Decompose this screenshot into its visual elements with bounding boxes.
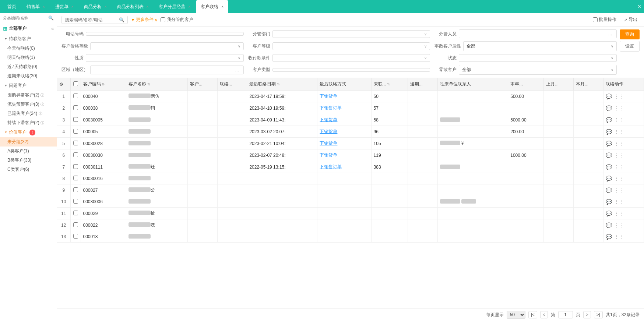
chat-icon[interactable]: 💬 [606,94,612,99]
sidebar-item-today[interactable]: 今天待联络(0) [0,44,57,53]
more-icon[interactable]: ⋮⋮ [614,199,624,205]
sidebar-item-c-class[interactable]: C类客户(6) [0,165,57,174]
sidebar-item-churned[interactable]: 已流失客户(24) ⓘ [0,109,57,118]
more-icon[interactable]: ⋮⋮ [614,222,624,228]
close-window-btn[interactable]: × [638,3,641,10]
all-customers-section[interactable]: ⊞ 全部客户 « [0,23,57,34]
row-checkbox[interactable] [73,94,78,98]
search-icon[interactable]: 🔍 [119,17,124,22]
more-icon[interactable]: ⋮⋮ [614,117,624,123]
row-checkbox[interactable] [73,105,78,110]
cell-checkbox[interactable] [70,173,81,184]
tab-customer-contact-close[interactable]: × [221,5,224,9]
sidebar-item-overdue[interactable]: 逾期未联络(30) [0,71,57,81]
th-company-contact[interactable]: 往来单位联系人 [437,78,508,91]
chat-icon[interactable]: 💬 [606,187,612,193]
sidebar-item-tomorrow[interactable]: 明天待联络(1) [0,53,57,62]
row-checkbox[interactable] [73,222,78,227]
contact-method-link[interactable]: 下销货单 [320,94,337,99]
nature-input[interactable]: ∨ [86,54,244,62]
more-filters-btn[interactable]: ▼ 更多条件 ∧ [131,17,158,23]
chat-icon[interactable]: 💬 [606,152,612,158]
tab-purchase[interactable]: 进货单 × [51,0,78,13]
tab-product-analysis-list[interactable]: 商品分析列表 × [113,0,153,13]
th-type[interactable]: 客户... [187,78,217,91]
more-icon[interactable]: ⋮⋮ [614,211,624,216]
contact-method-link[interactable]: 下销售订单 [320,105,342,110]
chat-icon[interactable]: 💬 [606,234,612,240]
more-icon[interactable]: ⋮⋮ [614,234,624,240]
contact-method-link[interactable]: 下销货单 [320,129,337,134]
row-checkbox[interactable] [73,117,78,122]
more-icon[interactable]: ⋮⋮ [614,105,624,111]
row-checkbox[interactable] [73,234,78,239]
tab-sales[interactable]: 销售单 × [22,0,49,13]
sidebar-search-input[interactable] [3,16,47,20]
cell-checkbox[interactable] [70,91,81,102]
cell-checkbox[interactable] [70,126,81,138]
sidebar-group-problem[interactable]: ▼ 问题客户 [0,81,57,91]
contact-method-link[interactable]: 下销货单 [320,141,337,146]
sidebar-item-b-class[interactable]: B类客户(33) [0,156,57,165]
th-contact[interactable]: 联络... [217,78,247,91]
more-icon[interactable]: ⋮⋮ [614,152,624,158]
th-checkbox[interactable] [70,78,81,91]
page-size-select[interactable]: 50 100 200 [507,311,525,319]
more-icon[interactable]: ⋮⋮ [614,164,624,170]
contact-method-link[interactable]: 下销货单 [320,152,337,158]
last-page-btn[interactable]: >| [594,311,603,318]
sidebar-item-7days[interactable]: 近7天待联络(0) [0,62,57,71]
reset-button[interactable]: 设置 [620,41,640,52]
tab-product-analysis[interactable]: 商品分析 × [80,0,111,13]
row-checkbox[interactable] [73,164,78,169]
manager-input[interactable]: ... [459,29,617,38]
my-customers-check[interactable] [161,17,165,22]
status-input[interactable]: ∨ [459,54,617,62]
chat-icon[interactable]: 💬 [606,199,612,205]
more-icon[interactable]: ⋮⋮ [614,94,624,99]
sidebar-item-churn-warning[interactable]: 流失预警客户(3) ⓘ [0,100,57,109]
row-checkbox[interactable] [73,199,78,204]
settings-icon[interactable]: ⚙ [59,82,63,87]
search-box[interactable]: 🔍 [61,16,128,24]
retail-customer-input[interactable]: 全部 ∨ [459,65,617,75]
sidebar-item-hoarding[interactable]: 囤购异常客户(2) ⓘ [0,91,57,100]
more-icon[interactable]: ⋮⋮ [614,187,624,193]
sidebar-group-pending[interactable]: ▼ 待联络客户 [0,34,57,44]
th-last-contact-method[interactable]: 最后联络方式 [317,78,371,91]
th-overdue[interactable]: 逾期... [408,78,437,91]
row-checkbox[interactable] [73,152,78,157]
th-settings[interactable]: ⚙ [57,78,70,91]
sidebar-collapse-btn[interactable]: « [51,26,54,31]
contact-method-link[interactable]: 下销货单 [320,117,337,122]
more-icon[interactable]: ⋮⋮ [614,141,624,147]
sidebar-item-ungroup[interactable]: 未分组(32) [0,137,57,147]
cell-checkbox[interactable] [70,161,81,173]
tab-sales-close[interactable]: × [43,5,45,9]
chat-icon[interactable]: 💬 [606,176,612,181]
row-checkbox[interactable] [73,176,78,180]
row-checkbox[interactable] [73,129,78,134]
chat-icon[interactable]: 💬 [606,117,612,123]
my-customers-checkbox[interactable]: 我分管的客户 [161,17,193,23]
chat-icon[interactable]: 💬 [606,222,612,228]
tab-home[interactable]: 首页 [3,0,21,13]
more-icon[interactable]: ⋮⋮ [614,129,624,135]
prev-page-btn[interactable]: < [540,311,548,318]
cell-checkbox[interactable] [70,114,81,126]
tab-customer-contact[interactable]: 客户联络 × [196,0,228,13]
retail-attr-input[interactable]: 全部 ∨ [463,41,617,51]
region-input[interactable]: ... [90,66,244,74]
th-uncontacted[interactable]: 未联... [371,78,408,91]
sidebar-item-declining[interactable]: 持续下滑客户(2) ⓘ [0,118,57,127]
phone-input[interactable] [86,32,244,36]
tab-product-analysis-list-close[interactable]: × [147,5,149,9]
cell-checkbox[interactable] [70,231,81,243]
cell-checkbox[interactable] [70,138,81,149]
dept-input[interactable]: ∨ [272,30,430,38]
customer-tier-input[interactable]: ∨ [272,42,430,50]
more-icon[interactable]: ⋮⋮ [614,176,624,181]
row-checkbox[interactable] [73,141,78,145]
chat-icon[interactable]: 💬 [606,211,612,216]
sidebar-group-value[interactable]: ▼ 价值客户 ! [0,127,57,137]
